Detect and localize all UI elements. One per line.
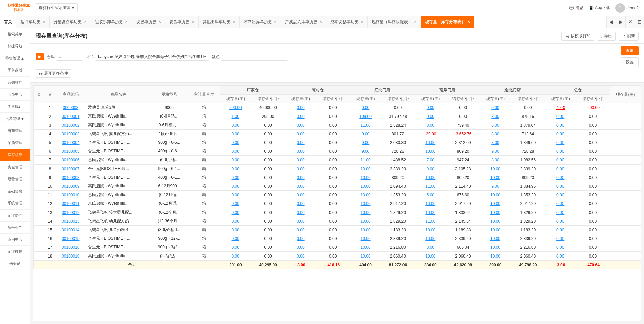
sidebar-item-wholesale[interactable]: 批发管理 ▼: [0, 113, 30, 125]
tab-order-req[interactable]: 要货单历史 ✕: [165, 16, 199, 28]
tab-kit-tear[interactable]: 组装拆卸单历史 ✕: [91, 16, 132, 28]
cell-nanan-amt: 2,312.00: [446, 138, 480, 147]
tab-expand-btn[interactable]: ⊡: [635, 16, 644, 28]
cell-jiangbei-stock: 10.00: [350, 226, 381, 234]
cell-chenshi-amt: 0.00: [316, 243, 350, 252]
close-icon[interactable]: ✕: [361, 20, 363, 24]
sidebar-item-ops-mgmt[interactable]: 经营管理: [0, 173, 30, 185]
tab-inventory-count[interactable]: 盘点单历史 ✕: [16, 16, 50, 28]
sidebar-item-app-center[interactable]: 应用中心: [0, 234, 30, 246]
tab-stock-dist[interactable]: 现存量（库存分布表） ✕: [421, 16, 474, 28]
cell-current: [610, 226, 641, 234]
summary-settings: [34, 261, 44, 269]
app-download-btn[interactable]: 📱 App下载: [589, 5, 610, 11]
sidebar-item-retail-mgmt[interactable]: 零售管理 ▲: [0, 52, 30, 64]
table-row: 10 00100009 惠氏启赋（Wyeth illu... 6-12月900.…: [34, 182, 641, 191]
sidebar-item-ecommerce[interactable]: 电商管理: [0, 125, 30, 137]
tab-transfer[interactable]: 调拨单历史 ✕: [132, 16, 165, 28]
cell-jiangbei-stock: 10.00: [350, 217, 381, 226]
cell-jiangbei-amt: 1,353.20: [381, 191, 415, 199]
sidebar-item-finance[interactable]: 资金管理: [0, 161, 30, 173]
sidebar-item-search[interactable]: 搜索英单: [0, 28, 30, 40]
cell-name: 惠氏启赋（Wyeth illu...: [86, 199, 151, 208]
cell-spec: (0-6月适...: [151, 112, 187, 121]
sidebar-item-retail-store[interactable]: 零售商城: [0, 64, 30, 77]
th-unit: 主计量单位: [187, 86, 220, 103]
table-container[interactable]: ⚙ # 商品编码 商品名称 规格型号 主计量单位 厂家仓 陈村仓 江北门店 南岸…: [33, 85, 641, 321]
tab-prev-btn[interactable]: ◀: [606, 16, 616, 28]
sidebar-item-new-guide[interactable]: 新手引导: [0, 222, 30, 234]
sidebar-item-enterprise[interactable]: 企业协同: [0, 210, 30, 222]
settings-gear-icon[interactable]: ⚙: [37, 92, 41, 97]
org-selector[interactable]: 母婴行业演示陈套 ▾: [35, 3, 78, 12]
close-icon[interactable]: ✕: [319, 20, 322, 24]
sidebar-item-system[interactable]: 系统管理: [0, 197, 30, 210]
th-factory-stock: 现存量(主): [220, 95, 251, 103]
sidebar-item-marketing[interactable]: 营销推广: [0, 77, 30, 89]
settings-btn[interactable]: 设置: [621, 57, 639, 67]
expand-conditions-btn[interactable]: ▾▾ 展开更多条件: [36, 69, 71, 78]
expand-btn[interactable]: ▶: [36, 53, 44, 60]
sidebar-item-member[interactable]: 会员中心: [0, 89, 30, 101]
message-btn[interactable]: 💬 消息: [569, 5, 583, 11]
sidebar-item-wholesale-label: 批发管理: [5, 116, 20, 121]
cell-factory-stock: 0.00: [220, 191, 251, 199]
sidebar-item-basic[interactable]: 基础信息: [0, 185, 30, 197]
cell-unit: 箱: [187, 191, 220, 199]
tab-cost-adj[interactable]: 成本调整单历史 ✕: [326, 16, 368, 28]
tab-branch-count[interactable]: 分量盘点单历史 ✕: [50, 16, 91, 28]
cell-total-stock: 0.00: [545, 226, 576, 234]
close-icon[interactable]: ✕: [43, 20, 45, 24]
cell-chenshi-stock: 0.00: [285, 173, 316, 182]
tab-stock-status[interactable]: 现存量（库存状况表） ✕: [368, 16, 421, 28]
tab-cost-adj-label: 成本调整单历史: [330, 19, 359, 25]
close-icon[interactable]: ✕: [274, 20, 277, 24]
color-input[interactable]: [221, 53, 288, 61]
close-icon[interactable]: ✕: [467, 20, 470, 24]
cell-chenshi-stock: 0.00: [285, 199, 316, 208]
sidebar-item-quick-nav[interactable]: 快捷导航: [0, 40, 30, 52]
cell-yubei-amt: 1,829.20: [511, 217, 545, 226]
sidebar-item-vip-member[interactable]: 畅会员: [0, 258, 30, 270]
sidebar-item-purchase[interactable]: 采购管理: [0, 137, 30, 149]
th-settings[interactable]: ⚙: [34, 86, 44, 103]
query-btn[interactable]: 查询: [621, 46, 639, 55]
close-icon[interactable]: ✕: [233, 20, 235, 24]
cell-yubei-stock: 10.00: [480, 199, 511, 208]
print-btn[interactable]: 🖨 按模版打印: [561, 32, 594, 41]
export-btn[interactable]: ↓ 导出: [597, 32, 616, 41]
tab-next-btn[interactable]: ▶: [616, 16, 625, 28]
tab-material-out[interactable]: 材料出库单历史 ✕: [240, 16, 281, 28]
cell-jiangbei-amt: 31,797.48: [381, 112, 415, 121]
goods-input[interactable]: [95, 53, 209, 61]
user-btn[interactable]: Ea demo2: [615, 3, 639, 13]
filter-row-main: ▶ 仓库 商品 颜色 查询 设置: [36, 46, 639, 67]
close-icon[interactable]: ✕: [158, 20, 161, 24]
tab-product-in[interactable]: 产成品入库单历史 ✕: [281, 16, 326, 28]
cell-settings: [34, 252, 44, 261]
sidebar-item-enterprise-wechat[interactable]: 企业微信: [0, 246, 30, 258]
sidebar-item-basic-label: 基础信息: [8, 189, 22, 193]
cell-total-stock: 0.00: [545, 121, 576, 130]
close-icon[interactable]: ✕: [84, 20, 87, 24]
color-label: 颜色: [212, 54, 220, 60]
tab-close-btn[interactable]: ✕: [625, 16, 635, 28]
cell-chenshi-amt: 0.00: [316, 112, 350, 121]
tab-other-out[interactable]: 其他出库单历史 ✕: [199, 16, 240, 28]
close-icon[interactable]: ✕: [125, 20, 128, 24]
sidebar-item-inventory[interactable]: 库存核算: [0, 149, 30, 161]
cell-nanan-amt: 0.00: [446, 112, 480, 121]
close-icon[interactable]: ✕: [192, 20, 194, 24]
sidebar-item-retail-stats[interactable]: 零售统计: [0, 101, 30, 113]
warehouse-input[interactable]: [56, 53, 83, 61]
cell-jiangbei-stock: 10.00: [350, 199, 381, 208]
tab-home[interactable]: 首页: [0, 16, 16, 28]
cell-settings: [34, 138, 44, 147]
cell-factory-amt: 40,000.00: [251, 103, 285, 112]
close-icon[interactable]: ✕: [414, 20, 417, 24]
cell-name: 惠氏启赋（Wyeth illu...: [86, 191, 151, 199]
cell-spec: 400g（6-1...: [151, 173, 187, 182]
refresh-btn[interactable]: ↺ 刷新: [619, 32, 639, 41]
cell-yubei-stock: 10.00: [480, 234, 511, 243]
cell-settings: [34, 147, 44, 156]
